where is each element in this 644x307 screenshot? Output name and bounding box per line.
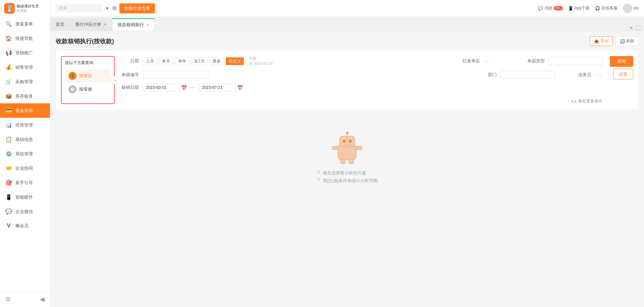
dept-select[interactable] (501, 71, 554, 79)
dept-select-wrap (501, 71, 554, 79)
doc-no-label: 单据编号 (120, 72, 139, 78)
tab-prepay-close-icon[interactable]: ✕ (103, 22, 107, 27)
empty-robot-illustration (329, 130, 366, 166)
filter-action-col: 查询 设置 (610, 56, 633, 104)
option-by-receivable[interactable]: 🕐 按应收 (65, 83, 111, 96)
header-gear-icon[interactable]: ⚙ (112, 5, 117, 11)
panel-collapse-button[interactable]: » (111, 76, 119, 84)
logo-text: 畅捷通好生意 标准版 (17, 4, 39, 13)
main-area: 搜索 ▼ ⚙ 体验行业方案 💬 消息 99+ 📱 App下载 🎧 在线客服 Ri (50, 0, 644, 307)
header-left: 搜索 ▼ ⚙ 体验行业方案 (56, 3, 155, 13)
setting-button[interactable]: 设置 (613, 69, 633, 80)
operations-icon: 📊 (5, 122, 12, 128)
svg-rect-7 (356, 146, 362, 150)
user-info-item[interactable]: Rit (623, 4, 639, 13)
header-dropdown-icon[interactable]: ▼ (105, 6, 109, 11)
verify-date-end-wrap: 📅 (199, 84, 243, 92)
counterparty-dots[interactable]: ··· (484, 58, 491, 65)
sidebar-item-system[interactable]: ⚙️ 系统管理 (0, 147, 50, 161)
collapse-sidebar-icon[interactable]: ◀ (40, 296, 45, 303)
sidebar-item-purchase[interactable]: 🛒 采购管理 (0, 74, 50, 89)
date-last-month-btn[interactable]: 上月 (143, 57, 157, 65)
verify-date-end-input[interactable] (199, 84, 236, 92)
page-content: 收款核销执行(按收款) 📤 导出 🔄 刷新 按以下方案查询 💲 按收款 (50, 31, 644, 307)
sidebar-item-base-info[interactable]: 📋 基础信息 (0, 132, 50, 147)
settings-icon[interactable]: ⚙ (5, 296, 11, 303)
header-search-text: 搜索 (59, 5, 67, 11)
option-by-payment[interactable]: 💲 按收款 (65, 69, 111, 83)
search-menu-icon: 🔍 (5, 21, 12, 27)
tab-close-all-icon[interactable]: ✕ (629, 25, 633, 31)
sidebar-item-quick-nav[interactable]: 🏠 快捷导航 (0, 31, 50, 46)
sidebar-item-search-menu[interactable]: 🔍 搜索菜单 (0, 17, 50, 31)
sidebar-logo: 🐰 畅捷通好生意 标准版 (0, 0, 50, 17)
message-item[interactable]: 💬 消息 99+ (538, 5, 563, 11)
tab-prepay[interactable]: 预付冲应付单 ✕ (70, 18, 112, 31)
doc-type-label: 单据类型 (526, 58, 545, 64)
staff-dots[interactable]: ··· (595, 71, 602, 79)
date-7days-btn[interactable]: 近7天 (191, 57, 208, 65)
date-no-limit-text: 不限 (249, 56, 273, 61)
tab-collection[interactable]: 收款核销执行 ✕ (112, 18, 155, 31)
filter-row-2: 单据编号 部门 业务员 ··· (120, 71, 602, 79)
header-search-box: 搜索 (56, 4, 103, 12)
date-to-text: 至 2023-07-26 (249, 61, 273, 66)
guide-icon: 🎯 (5, 180, 12, 186)
more-conditions-button[interactable]: ∧∧ 收起更多条件 (571, 98, 602, 104)
query-button[interactable]: 查询 (610, 56, 633, 67)
sidebar-footer: ⚙ ◀ (0, 291, 50, 307)
doc-type-select[interactable] (549, 57, 602, 65)
page-title-bar: 收款核销执行(按收款) 📤 导出 🔄 刷新 (56, 36, 639, 46)
verify-date-start-calendar-icon[interactable]: 📅 (181, 85, 187, 90)
app-download-item[interactable]: 📱 App下载 (568, 5, 590, 11)
date-this-month-btn[interactable]: 本月 (159, 57, 173, 65)
industry-solution-button[interactable]: 体验行业方案 (119, 3, 155, 13)
svg-rect-8 (341, 159, 345, 164)
verify-date-start-input[interactable] (143, 84, 180, 92)
export-button[interactable]: 📤 导出 (590, 36, 613, 46)
base-info-icon: 📋 (5, 136, 12, 143)
sidebar-item-wechat[interactable]: 💬 企业微信 (0, 204, 50, 219)
by-receivable-icon: 🕐 (68, 85, 76, 93)
svg-point-3 (349, 140, 352, 143)
svg-point-5 (346, 132, 348, 134)
logo-icon: 🐰 (4, 3, 15, 14)
top-header: 搜索 ▼ ⚙ 体验行业方案 💬 消息 99+ 📱 App下载 🎧 在线客服 Ri (50, 0, 644, 17)
sidebar-item-marketing[interactable]: 📢 营销推广 (0, 46, 50, 60)
wechat-icon: 💬 (5, 208, 12, 215)
empty-state-hints: ① 请先选择要分析的方案 ② 用[过滤]条件来缩小分析范围 (317, 169, 377, 185)
verify-date-end-calendar-icon[interactable]: 📅 (237, 85, 243, 90)
more-conditions-row: ∧∧ 收起更多条件 (120, 96, 602, 104)
sidebar-item-finance[interactable]: 💳 资金管理 (0, 103, 50, 118)
sidebar-item-sales[interactable]: 💰 销售管理 (0, 60, 50, 74)
date-this-year-btn[interactable]: 本年 (175, 57, 189, 65)
purchase-icon: 🛒 (5, 79, 12, 85)
search-area: 按以下方案查询 💲 按收款 🕐 按应收 » 日期 (56, 51, 639, 109)
sidebar-item-inventory[interactable]: 📦 库存核算 (0, 89, 50, 103)
empty-state: ① 请先选择要分析的方案 ② 用[过滤]条件来缩小分析范围 (56, 109, 639, 198)
tab-bar-actions: ✕ ⛶ (626, 25, 644, 31)
sidebar-item-enterprise[interactable]: 🤝 企业协同 (0, 161, 50, 175)
date-more-btn[interactable]: 更多 (210, 57, 224, 65)
sidebar-item-operations[interactable]: 📊 经营管理 (0, 118, 50, 132)
tab-bar: 首页 预付冲应付单 ✕ 收款核销执行 ✕ ✕ ⛶ (50, 17, 644, 31)
refresh-button[interactable]: 🔄 刷新 (615, 36, 639, 46)
sidebar-item-guide[interactable]: 🎯 新手引导 (0, 175, 50, 190)
tab-expand-icon[interactable]: ⛶ (636, 25, 641, 31)
sidebar-item-member[interactable]: V 畅会员 (0, 219, 50, 233)
doc-type-select-wrap (549, 57, 602, 65)
customer-service-item[interactable]: 🎧 在线客服 (595, 5, 618, 11)
header-right: 💬 消息 99+ 📱 App下载 🎧 在线客服 Rit (538, 4, 639, 13)
tab-home[interactable]: 首页 (50, 18, 70, 31)
query-scheme-title: 按以下方案查询 (65, 60, 111, 66)
filter-form: 日期 上月 本月 本年 近7天 更多 自定义 不限 至 2023-07-26 (120, 56, 602, 104)
date-label: 日期 (120, 58, 139, 64)
sidebar-item-hardware[interactable]: 📱 智能硬件 (0, 190, 50, 204)
sidebar-nav: 🔍 搜索菜单 🏠 快捷导航 📢 营销推广 💰 销售管理 🛒 采购管理 📦 库存核… (0, 17, 50, 291)
chevron-up-icon: ∧∧ (571, 99, 577, 104)
query-scheme-panel: 按以下方案查询 💲 按收款 🕐 按应收 » (61, 56, 115, 104)
doc-no-input[interactable] (143, 71, 210, 79)
tab-collection-close-icon[interactable]: ✕ (146, 22, 149, 27)
member-icon: V (5, 223, 12, 229)
date-custom-btn[interactable]: 自定义 (226, 57, 244, 65)
